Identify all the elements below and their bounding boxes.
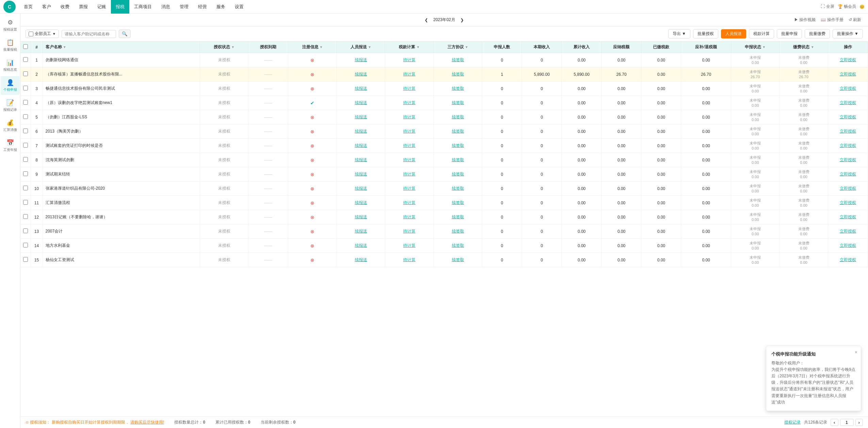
- nav-item-services[interactable]: 服务: [212, 0, 230, 14]
- row-checkbox-8[interactable]: [23, 171, 28, 176]
- row-checkbox-1[interactable]: [23, 71, 28, 76]
- customer-name[interactable]: （勿删）江西股金-LSS: [46, 115, 87, 119]
- user-avatar[interactable]: 😊: [859, 4, 865, 9]
- th-report-status[interactable]: 申报状态 ▼: [731, 41, 779, 53]
- tri-party-link[interactable]: 续签取: [452, 172, 464, 176]
- nav-item-fees[interactable]: 收费: [56, 0, 74, 14]
- action-link[interactable]: 立即授权: [840, 157, 856, 162]
- person-send-link[interactable]: 续报送: [355, 229, 367, 234]
- action-link[interactable]: 立即授权: [840, 257, 856, 262]
- action-link[interactable]: 立即授权: [840, 100, 856, 105]
- action-link[interactable]: 立即授权: [840, 243, 856, 248]
- sidebar-item-annual-report[interactable]: 📅 工资年报: [1, 136, 20, 155]
- customer-name[interactable]: 畅捷通信息技术股份有限公司民非测试: [46, 86, 115, 91]
- customer-name[interactable]: 地方水利基金: [46, 243, 70, 248]
- tax-calc-link[interactable]: 待计算: [403, 200, 415, 205]
- tri-party-link[interactable]: 续签取: [452, 57, 464, 62]
- tri-party-link[interactable]: 续签取: [452, 129, 464, 134]
- row-checkbox-4[interactable]: [23, 114, 28, 119]
- tri-party-link[interactable]: 续签取: [452, 72, 464, 76]
- refresh-btn[interactable]: ↺ 刷新: [849, 17, 861, 23]
- action-link[interactable]: 立即授权: [840, 200, 856, 205]
- action-link[interactable]: 立即授权: [840, 229, 856, 234]
- video-link[interactable]: ▶ 操作视频: [794, 17, 816, 23]
- customer-name[interactable]: 杨仙女工资测试: [46, 257, 74, 262]
- tax-calc-link[interactable]: 待计算: [403, 186, 415, 191]
- tax-calc-link[interactable]: 待计算: [403, 215, 415, 219]
- person-send-link[interactable]: 续报送: [355, 72, 367, 76]
- person-send-link[interactable]: 续报送: [355, 243, 367, 248]
- nav-item-settings[interactable]: 设置: [230, 0, 248, 14]
- person-send-link[interactable]: 续报送: [355, 100, 367, 105]
- tri-party-link[interactable]: 续签取: [452, 215, 464, 219]
- batch-report-btn[interactable]: 批量申报: [777, 29, 802, 38]
- tri-party-link[interactable]: 续签取: [452, 157, 464, 162]
- tax-calc-link[interactable]: 待计算: [403, 243, 415, 248]
- person-send-link[interactable]: 续报送: [355, 143, 367, 148]
- search-input[interactable]: [62, 30, 116, 38]
- tax-calc-link[interactable]: 待计算: [403, 257, 415, 262]
- nav-item-operations[interactable]: 经营: [193, 0, 212, 14]
- next-page-btn[interactable]: ›: [855, 419, 863, 426]
- customer-name[interactable]: 张家港厚道针织品有限公司-2020: [46, 186, 105, 191]
- row-checkbox-5[interactable]: [23, 129, 28, 133]
- row-checkbox-6[interactable]: [23, 143, 28, 148]
- export-btn[interactable]: 导出 ▼: [668, 29, 690, 38]
- all-select-checkbox[interactable]: [29, 32, 33, 36]
- row-checkbox-10[interactable]: [23, 200, 28, 205]
- customer-name[interactable]: 勿删新锐网络通信: [46, 57, 78, 62]
- customer-name[interactable]: （库存核算）直播畅通信息技术股份有限...: [46, 72, 122, 76]
- row-checkbox-3[interactable]: [23, 100, 28, 105]
- notification-close-btn[interactable]: ×: [855, 349, 857, 355]
- person-send-link[interactable]: 续报送: [355, 129, 367, 134]
- row-checkbox-14[interactable]: [23, 257, 28, 262]
- nav-item-management[interactable]: 管理: [175, 0, 193, 14]
- customer-name[interactable]: 2013日记账（不要删除哈，谢谢）: [46, 215, 108, 219]
- sidebar-item-settlement[interactable]: 💰 汇算清缴: [1, 116, 20, 135]
- person-send-link[interactable]: 续报送: [355, 200, 367, 205]
- person-send-link[interactable]: 续报送: [355, 215, 367, 219]
- person-report-btn[interactable]: 人员报送: [721, 29, 746, 38]
- batch-auth-btn[interactable]: 批量授权: [693, 29, 718, 38]
- auth-records-link[interactable]: 授权记录: [784, 420, 801, 425]
- tax-calc-btn[interactable]: 税款计算: [749, 29, 774, 38]
- header-checkbox[interactable]: [23, 44, 28, 49]
- action-link[interactable]: 立即授权: [840, 86, 856, 91]
- sidebar-item-tax-settings[interactable]: ⚙ 报税设置: [1, 16, 20, 35]
- customer-name[interactable]: 沈海英测试勿删: [46, 157, 74, 162]
- th-tri-party[interactable]: 三方协议 ▼: [433, 41, 482, 53]
- nav-item-customers[interactable]: 客户: [37, 0, 56, 14]
- person-send-link[interactable]: 续报送: [355, 86, 367, 91]
- action-link[interactable]: 立即授权: [840, 215, 856, 219]
- action-link[interactable]: 立即授权: [840, 115, 856, 119]
- tax-calc-link[interactable]: 待计算: [403, 129, 415, 134]
- person-send-link[interactable]: 续报送: [355, 157, 367, 162]
- row-checkbox-13[interactable]: [23, 243, 28, 247]
- search-button[interactable]: 🔍: [119, 30, 131, 38]
- page-input[interactable]: [840, 419, 854, 426]
- tax-calc-link[interactable]: 待计算: [403, 100, 415, 105]
- row-checkbox-12[interactable]: [23, 228, 28, 233]
- prev-month-btn[interactable]: ❮: [425, 18, 428, 22]
- th-reg-info[interactable]: 注册信息 ▼: [288, 41, 337, 53]
- auth-purchase-link[interactable]: 请购买后尽快使用!: [130, 420, 164, 425]
- batch-ops-btn[interactable]: 批量操作 ▼: [833, 29, 863, 38]
- action-link[interactable]: 立即授权: [840, 172, 856, 176]
- nav-item-tax[interactable]: 报税: [111, 0, 129, 14]
- person-send-link[interactable]: 续报送: [355, 257, 367, 262]
- tax-calc-link[interactable]: 待计算: [403, 115, 415, 119]
- tri-party-link[interactable]: 续签取: [452, 257, 464, 262]
- tax-calc-link[interactable]: 待计算: [403, 143, 415, 148]
- sidebar-item-tax-overview[interactable]: 📊 报税总览: [1, 56, 20, 75]
- tri-party-link[interactable]: 续签取: [452, 143, 464, 148]
- tax-calc-link[interactable]: 待计算: [403, 86, 415, 91]
- tri-party-link[interactable]: 续签取: [452, 100, 464, 105]
- tax-calc-link[interactable]: 待计算: [403, 229, 415, 234]
- action-link[interactable]: 立即授权: [840, 186, 856, 191]
- th-auth-status[interactable]: 授权状态 ▼: [200, 41, 248, 53]
- action-link[interactable]: 立即授权: [840, 129, 856, 134]
- customer-name[interactable]: （原）误删勿改字绝芸测试账套new1: [46, 100, 113, 105]
- row-checkbox-7[interactable]: [23, 157, 28, 162]
- tri-party-link[interactable]: 续签取: [452, 115, 464, 119]
- th-customer-name[interactable]: 客户名称 ▼: [43, 41, 200, 53]
